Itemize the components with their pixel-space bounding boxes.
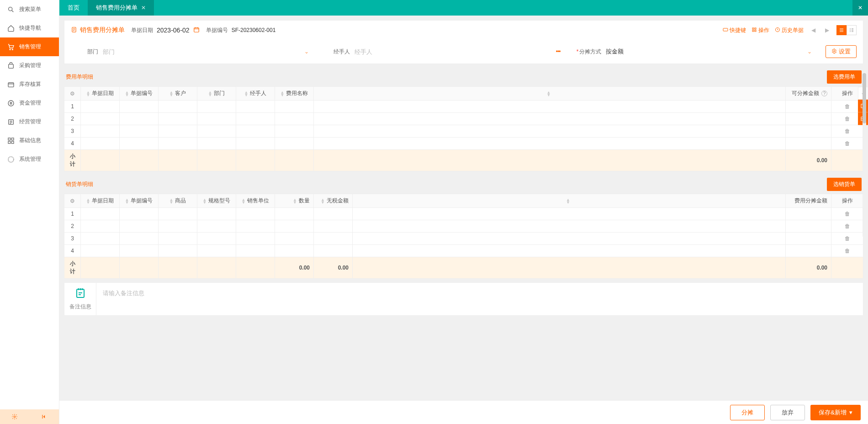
sidebar-label: 经营管理	[19, 118, 41, 126]
svg-rect-14	[42, 415, 42, 419]
remarks-section: 备注信息	[64, 282, 863, 316]
settings-button[interactable]: 设置	[826, 45, 857, 58]
select-expense-button[interactable]: 选费用单	[827, 70, 862, 84]
allocate-button[interactable]: 分摊	[730, 405, 765, 420]
chevron-down-icon[interactable]: ⌄	[304, 48, 309, 55]
svg-rect-18	[752, 28, 754, 29]
svg-point-2	[10, 49, 11, 50]
svg-rect-19	[755, 28, 756, 29]
sort-icon[interactable]: ▲▼	[86, 198, 90, 204]
tab-home[interactable]: 首页	[59, 0, 88, 16]
prev-doc-button[interactable]: ◀	[809, 26, 817, 34]
sort-icon[interactable]: ▲▼	[244, 91, 249, 96]
delete-icon[interactable]: 🗑	[845, 211, 850, 217]
table-row[interactable]: 4🗑	[64, 245, 863, 257]
shortcut-link[interactable]: 快捷键	[723, 26, 746, 34]
sidebar-item-finance[interactable]: 资金管理	[0, 94, 59, 112]
sort-icon[interactable]: ▲▼	[566, 198, 570, 204]
table-row[interactable]: 2🗑	[64, 220, 863, 233]
sort-icon[interactable]: ▲▼	[321, 198, 325, 204]
doc-no-label: 单据编号	[206, 26, 228, 34]
svg-rect-21	[755, 30, 756, 32]
delete-icon[interactable]: 🗑	[845, 248, 850, 254]
sidebar-item-business[interactable]: 经营管理	[0, 112, 59, 131]
delete-icon[interactable]: 🗑	[845, 128, 850, 134]
sidebar-collapse-button[interactable]	[30, 409, 59, 424]
sidebar-label: 库存核算	[19, 80, 41, 88]
sidebar-label: 销售管理	[19, 43, 41, 51]
sort-icon[interactable]: ▲▼	[547, 91, 551, 96]
sort-icon[interactable]: ▲▼	[281, 91, 285, 96]
apps-icon	[752, 27, 757, 34]
svg-rect-8	[8, 138, 11, 140]
sort-icon[interactable]: ▲▼	[86, 91, 90, 96]
help-icon[interactable]: ?	[821, 90, 827, 96]
sort-icon[interactable]: ▲▼	[125, 198, 129, 204]
sidebar-label: 资金管理	[19, 99, 41, 107]
table-row[interactable]: 4🗑	[64, 138, 863, 150]
sort-icon[interactable]: ▲▼	[125, 91, 129, 96]
dept-input[interactable]	[103, 47, 309, 57]
history-link[interactable]: 历史单据	[775, 26, 804, 34]
sidebar: 搜索菜单 快捷导航 销售管理 采购管理 库存核算 资金管理	[0, 0, 59, 424]
sort-icon[interactable]: ▲▼	[203, 198, 207, 204]
sales-section-title: 销货单明细	[66, 180, 93, 188]
expense-section-title: 费用单明细	[66, 73, 93, 81]
search-icon	[7, 6, 15, 13]
sort-icon[interactable]: ▲▼	[208, 91, 212, 96]
operate-link[interactable]: 操作	[752, 26, 769, 34]
remarks-input[interactable]	[96, 283, 863, 315]
sidebar-item-nav[interactable]: 快捷导航	[0, 19, 59, 37]
method-label: *分摊方式	[574, 48, 601, 56]
tabs-close-all-button[interactable]: ✕	[852, 0, 868, 16]
chevron-down-icon: ▾	[849, 409, 852, 416]
sidebar-item-sales[interactable]: 销售管理	[0, 37, 59, 56]
svg-point-13	[14, 416, 16, 418]
sidebar-settings-button[interactable]	[0, 409, 30, 424]
sort-icon[interactable]: ▲▼	[293, 198, 297, 204]
calendar-icon[interactable]	[193, 26, 200, 34]
sidebar-item-search[interactable]: 搜索菜单	[0, 0, 59, 19]
next-doc-button[interactable]: ▶	[823, 26, 831, 34]
sidebar-item-basic[interactable]: 基础信息	[0, 131, 59, 150]
sidebar-item-purchase[interactable]: 采购管理	[0, 56, 59, 75]
more-icon[interactable]: •••	[556, 48, 561, 55]
page-title-text: 销售费用分摊单	[80, 26, 125, 34]
select-sales-button[interactable]: 选销货单	[827, 178, 862, 191]
table-row[interactable]: 3🗑	[64, 233, 863, 245]
table-row[interactable]: 1🗑	[64, 208, 863, 220]
method-select[interactable]	[606, 47, 812, 57]
list-icon	[7, 118, 15, 126]
gear-icon[interactable]: ⚙	[70, 198, 75, 204]
view-list-button[interactable]	[836, 25, 847, 35]
tab-current[interactable]: 销售费用分摊单 ✕	[88, 0, 154, 16]
save-new-button[interactable]: 保存&新增 ▾	[810, 405, 861, 420]
delete-icon[interactable]: 🗑	[845, 116, 850, 122]
discard-button[interactable]: 放弃	[770, 405, 805, 420]
view-grid-button[interactable]	[847, 25, 857, 35]
delete-icon[interactable]: 🗑	[845, 140, 850, 147]
handler-input[interactable]	[355, 47, 561, 57]
sort-icon[interactable]: ▲▼	[169, 91, 174, 96]
sidebar-item-system[interactable]: 系统管理	[0, 150, 59, 169]
page-title: 销售费用分摊单	[71, 26, 125, 34]
delete-icon[interactable]: 🗑	[845, 223, 850, 229]
close-icon[interactable]: ✕	[141, 5, 146, 11]
gear-icon	[831, 48, 837, 55]
svg-line-1	[12, 10, 14, 12]
footer: 分摊 放弃 保存&新增 ▾	[59, 400, 868, 424]
delete-icon[interactable]: 🗑	[845, 103, 850, 110]
delete-icon[interactable]: 🗑	[845, 235, 850, 242]
date-value[interactable]: 2023-06-02	[157, 26, 190, 34]
sort-icon[interactable]: ▲▼	[169, 198, 174, 204]
table-row[interactable]: 2🗑	[64, 113, 863, 125]
gear-icon[interactable]: ⚙	[70, 90, 75, 97]
table-row[interactable]: 1🗑	[64, 101, 863, 113]
tab-label: 销售费用分摊单	[96, 4, 138, 12]
table-row[interactable]: 3🗑	[64, 125, 863, 138]
sort-icon[interactable]: ▲▼	[242, 198, 246, 204]
sidebar-item-inventory[interactable]: 库存核算	[0, 75, 59, 94]
scrollbar[interactable]	[863, 73, 866, 238]
main: 首页 销售费用分摊单 ✕ ✕ 销售费用分摊单 单据日期 2023-06-02	[59, 0, 868, 424]
chevron-down-icon[interactable]: ⌄	[807, 48, 812, 55]
